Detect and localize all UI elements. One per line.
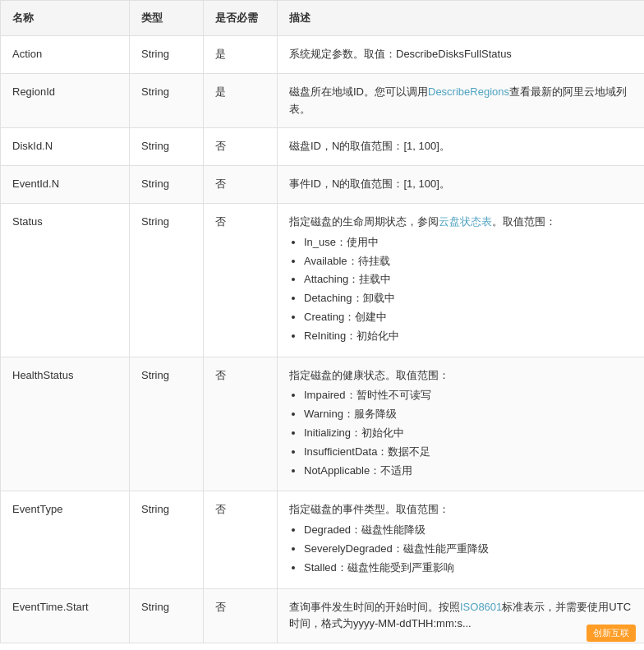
cell-required: 否 — [204, 128, 278, 166]
list-item: Initializing：初始化中 — [304, 425, 632, 442]
table-row: RegionIdString是磁盘所在地域ID。您可以调用DescribeReg… — [1, 73, 645, 128]
desc-link[interactable]: DescribeRegions — [428, 85, 509, 98]
api-params-table: 名称 类型 是否必需 描述 ActionString是系统规定参数。取值：Des… — [0, 0, 644, 643]
cell-desc: 指定磁盘的事件类型。取值范围：Degraded：磁盘性能降级SeverelyDe… — [278, 491, 645, 588]
cell-name: EventId.N — [1, 166, 130, 204]
header-required: 是否必需 — [204, 1, 278, 36]
table-row: StatusString否指定磁盘的生命周期状态，参阅云盘状态表。取值范围：In… — [1, 203, 645, 357]
list-item: ReIniting：初始化中 — [304, 328, 632, 345]
cell-name: RegionId — [1, 73, 130, 128]
cell-name: EventType — [1, 491, 130, 588]
cell-type: String — [130, 588, 204, 643]
desc-text: 磁盘ID，N的取值范围：[1, 100]。 — [289, 138, 632, 155]
list-item: InsufficientData：数据不足 — [304, 444, 632, 461]
cell-desc: 指定磁盘的生命周期状态，参阅云盘状态表。取值范围：In_use：使用中Avail… — [278, 203, 645, 357]
header-desc: 描述 — [278, 1, 645, 36]
desc-text: 事件ID，N的取值范围：[1, 100]。 — [289, 176, 632, 193]
list-item: Impaired：暂时性不可读写 — [304, 387, 632, 404]
cell-type: String — [130, 166, 204, 204]
cell-name: DiskId.N — [1, 128, 130, 166]
cell-name: EventTime.Start — [1, 588, 130, 643]
cell-name: Status — [1, 203, 130, 357]
list-item: Creating：创建中 — [304, 309, 632, 326]
table-row: HealthStatusString否指定磁盘的健康状态。取值范围：Impair… — [1, 357, 645, 491]
desc-list: Impaired：暂时性不可读写Warning：服务降级Initializing… — [289, 387, 632, 479]
cell-desc: 指定磁盘的健康状态。取值范围：Impaired：暂时性不可读写Warning：服… — [278, 357, 645, 491]
list-item: Stalled：磁盘性能受到严重影响 — [304, 560, 632, 577]
header-type: 类型 — [130, 1, 204, 36]
watermark-badge: 创新互联 — [586, 625, 636, 642]
cell-required: 否 — [204, 357, 278, 491]
cell-type: String — [130, 203, 204, 357]
cell-desc: 磁盘所在地域ID。您可以调用DescribeRegions查看最新的阿里云地域列… — [278, 73, 645, 128]
desc-text: 系统规定参数。取值：DescribeDisksFullStatus — [289, 46, 632, 63]
cell-required: 否 — [204, 491, 278, 588]
cell-type: String — [130, 491, 204, 588]
list-item: NotApplicable：不适用 — [304, 463, 632, 480]
desc-list: Degraded：磁盘性能降级SeverelyDegraded：磁盘性能严重降级… — [289, 522, 632, 576]
table-row: EventTime.StartString否查询事件发生时间的开始时间。按照IS… — [1, 588, 645, 643]
list-item: Detaching：卸载中 — [304, 290, 632, 307]
table-row: EventId.NString否事件ID，N的取值范围：[1, 100]。 — [1, 166, 645, 204]
desc-text: 指定磁盘的生命周期状态，参阅云盘状态表。取值范围： — [289, 214, 632, 231]
cell-type: String — [130, 73, 204, 128]
table-row: EventTypeString否指定磁盘的事件类型。取值范围：Degraded：… — [1, 491, 645, 588]
cell-required: 否 — [204, 588, 278, 643]
list-item: Degraded：磁盘性能降级 — [304, 522, 632, 539]
desc-link[interactable]: ISO8601 — [460, 601, 502, 613]
cell-required: 是 — [204, 73, 278, 128]
desc-text: 磁盘所在地域ID。您可以调用DescribeRegions查看最新的阿里云地域列… — [289, 84, 632, 118]
table-row: DiskId.NString否磁盘ID，N的取值范围：[1, 100]。 — [1, 128, 645, 166]
cell-desc: 磁盘ID，N的取值范围：[1, 100]。 — [278, 128, 645, 166]
list-item: Warning：服务降级 — [304, 406, 632, 423]
list-item: Available：待挂载 — [304, 253, 632, 270]
desc-text: 查询事件发生时间的开始时间。按照ISO8601标准表示，并需要使用UTC时间，格… — [289, 599, 632, 634]
list-item: SeverelyDegraded：磁盘性能严重降级 — [304, 541, 632, 558]
cell-type: String — [130, 36, 204, 74]
list-item: Attaching：挂载中 — [304, 271, 632, 288]
table-row: ActionString是系统规定参数。取值：DescribeDisksFull… — [1, 36, 645, 74]
cell-desc: 系统规定参数。取值：DescribeDisksFullStatus — [278, 36, 645, 74]
desc-text: 指定磁盘的事件类型。取值范围： — [289, 501, 632, 519]
cell-required: 否 — [204, 166, 278, 204]
cell-desc: 事件ID，N的取值范围：[1, 100]。 — [278, 166, 645, 204]
cell-required: 否 — [204, 203, 278, 357]
cell-name: Action — [1, 36, 130, 74]
desc-list: In_use：使用中Available：待挂载Attaching：挂载中Deta… — [289, 234, 632, 345]
cell-type: String — [130, 357, 204, 491]
list-item: In_use：使用中 — [304, 234, 632, 251]
desc-text: 指定磁盘的健康状态。取值范围： — [289, 367, 632, 385]
desc-link[interactable]: 云盘状态表 — [439, 215, 492, 228]
cell-required: 是 — [204, 36, 278, 74]
header-name: 名称 — [1, 1, 130, 36]
cell-name: HealthStatus — [1, 357, 130, 491]
cell-type: String — [130, 128, 204, 166]
